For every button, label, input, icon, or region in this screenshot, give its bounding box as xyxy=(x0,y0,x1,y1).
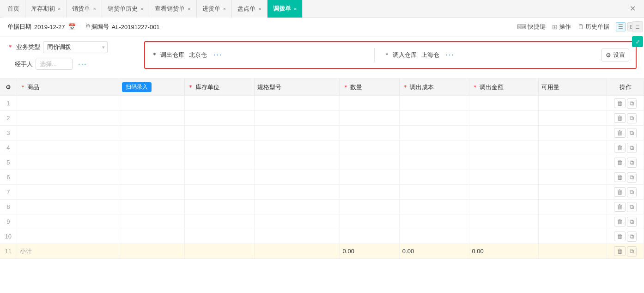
qty-cell[interactable] xyxy=(340,229,399,244)
subtotal-copy-btn[interactable]: ⧉ xyxy=(627,246,637,256)
qty-cell[interactable] xyxy=(340,214,399,229)
tab-purchase-order[interactable]: 进货单 × xyxy=(197,0,232,18)
close-stocktake[interactable]: × xyxy=(258,6,261,12)
qty-cell[interactable] xyxy=(340,200,399,214)
cost-cell[interactable] xyxy=(399,185,469,200)
qty-cell[interactable] xyxy=(340,140,399,155)
row-delete-btn[interactable]: 🗑 xyxy=(614,187,626,197)
subtotal-delete-btn[interactable]: 🗑 xyxy=(614,246,626,256)
spec-cell[interactable] xyxy=(254,140,340,155)
handler-more-dots[interactable]: ··· xyxy=(78,60,87,68)
unit-cell[interactable] xyxy=(185,140,255,155)
spec-cell[interactable] xyxy=(254,229,340,244)
calendar-icon[interactable]: 📅 xyxy=(68,23,76,31)
cost-cell[interactable] xyxy=(399,214,469,229)
cost-cell[interactable] xyxy=(399,96,469,111)
unit-cell[interactable] xyxy=(185,200,255,214)
form-settings-button[interactable]: ⚙ 设置 xyxy=(601,49,629,61)
row-delete-btn[interactable]: 🗑 xyxy=(614,158,626,167)
close-transfer[interactable]: × xyxy=(294,6,297,12)
spec-cell[interactable] xyxy=(254,185,340,200)
product-cell[interactable] xyxy=(17,96,119,111)
unit-cell[interactable] xyxy=(185,111,255,126)
unit-cell[interactable] xyxy=(185,229,255,244)
product-cell[interactable] xyxy=(17,229,119,244)
amount-cell[interactable] xyxy=(469,185,539,200)
qty-cell[interactable] xyxy=(340,111,399,126)
row-copy-btn[interactable]: ⧉ xyxy=(627,187,637,197)
spec-cell[interactable] xyxy=(254,200,340,214)
business-type-dropdown[interactable]: 同价调拨 xyxy=(43,41,108,53)
row-delete-btn[interactable]: 🗑 xyxy=(614,172,626,182)
amount-cell[interactable] xyxy=(469,155,539,170)
tab-stocktake[interactable]: 盘点单 × xyxy=(232,0,267,18)
amount-cell[interactable] xyxy=(469,96,539,111)
row-delete-btn[interactable]: 🗑 xyxy=(614,143,626,153)
spec-cell[interactable] xyxy=(254,155,340,170)
row-copy-btn[interactable]: ⧉ xyxy=(627,172,637,183)
tab-inventory-init[interactable]: 库存期初 × xyxy=(25,0,67,18)
close-sales-history[interactable]: × xyxy=(140,6,143,12)
cost-cell[interactable] xyxy=(399,111,469,126)
row-copy-btn[interactable]: ⧉ xyxy=(627,143,637,153)
spec-cell[interactable] xyxy=(254,96,340,111)
tab-sales-history[interactable]: 销货单历史 × xyxy=(102,0,149,18)
product-cell[interactable] xyxy=(17,126,119,140)
row-copy-btn[interactable]: ⧉ xyxy=(627,217,637,227)
row-delete-btn[interactable]: 🗑 xyxy=(614,128,626,138)
row-delete-btn[interactable]: 🗑 xyxy=(614,98,626,108)
cost-cell[interactable] xyxy=(399,229,469,244)
row-delete-btn[interactable]: 🗑 xyxy=(614,232,626,241)
amount-cell[interactable] xyxy=(469,229,539,244)
product-cell[interactable] xyxy=(17,155,119,170)
row-delete-btn[interactable]: 🗑 xyxy=(614,202,626,212)
handler-input[interactable]: 选择... xyxy=(36,59,73,70)
history-doc-action[interactable]: 🗒 历史单据 xyxy=(577,23,609,31)
tab-transfer[interactable]: 调拨单 × xyxy=(267,0,303,18)
spec-cell[interactable] xyxy=(254,126,340,140)
col-header-gear[interactable]: ⚙ xyxy=(0,79,17,96)
close-inventory-init[interactable]: × xyxy=(58,6,61,12)
product-cell[interactable] xyxy=(17,214,119,229)
spec-cell[interactable] xyxy=(254,170,340,185)
amount-cell[interactable] xyxy=(469,170,539,185)
row-copy-btn[interactable]: ⧉ xyxy=(627,202,637,212)
product-cell[interactable] xyxy=(17,185,119,200)
cost-cell[interactable] xyxy=(399,155,469,170)
close-view-sales[interactable]: × xyxy=(188,6,190,12)
tab-view-sales[interactable]: 查看销货单 × xyxy=(149,0,196,18)
row-copy-btn[interactable]: ⧉ xyxy=(627,232,637,242)
cost-cell[interactable] xyxy=(399,126,469,140)
spec-cell[interactable] xyxy=(254,214,340,229)
operate-action[interactable]: ⊞ 操作 xyxy=(552,23,571,31)
amount-cell[interactable] xyxy=(469,214,539,229)
layout-icon-1[interactable]: ☰ xyxy=(616,22,626,31)
row-copy-btn[interactable]: ⧉ xyxy=(627,158,637,168)
amount-cell[interactable] xyxy=(469,111,539,126)
qty-cell[interactable] xyxy=(340,185,399,200)
spec-cell[interactable] xyxy=(254,111,340,126)
row-copy-btn[interactable]: ⧉ xyxy=(627,128,637,138)
product-cell[interactable] xyxy=(17,111,119,126)
cost-cell[interactable] xyxy=(399,200,469,214)
close-sales-order[interactable]: × xyxy=(93,6,96,12)
cost-cell[interactable] xyxy=(399,140,469,155)
amount-cell[interactable] xyxy=(469,126,539,140)
shortcut-action[interactable]: ⌨ 快捷键 xyxy=(517,23,546,31)
transfer-in-more[interactable]: ··· xyxy=(446,51,455,59)
product-cell[interactable] xyxy=(17,140,119,155)
side-expand-button[interactable]: ⤢ xyxy=(632,36,643,47)
product-cell[interactable] xyxy=(17,170,119,185)
row-copy-btn[interactable]: ⧉ xyxy=(627,98,637,109)
tab-sales-order[interactable]: 销货单 × xyxy=(67,0,102,18)
unit-cell[interactable] xyxy=(185,155,255,170)
close-window-button[interactable]: ✕ xyxy=(623,0,642,18)
row-copy-btn[interactable]: ⧉ xyxy=(627,113,637,123)
scan-entry-button[interactable]: 扫码录入 xyxy=(122,82,152,92)
row-delete-btn[interactable]: 🗑 xyxy=(614,113,626,123)
transfer-out-more[interactable]: ··· xyxy=(213,51,222,59)
tab-home[interactable]: 首页 xyxy=(2,0,25,18)
qty-cell[interactable] xyxy=(340,155,399,170)
unit-cell[interactable] xyxy=(185,214,255,229)
cost-cell[interactable] xyxy=(399,170,469,185)
